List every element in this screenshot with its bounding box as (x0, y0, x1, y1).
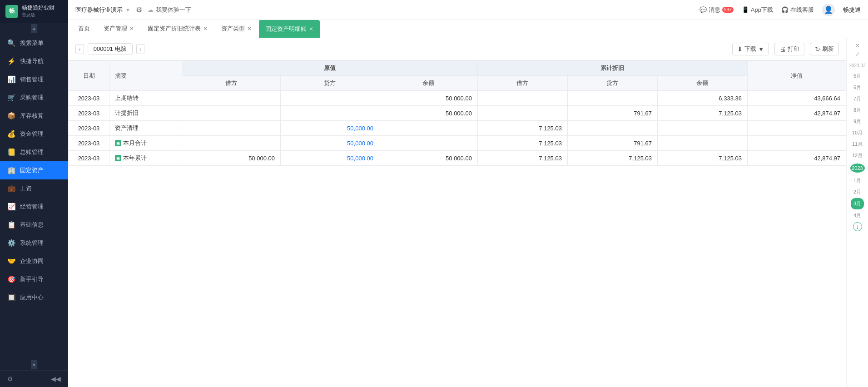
th-ad-balance: 余额 (657, 76, 747, 91)
support-button[interactable]: 🎧 在线客服 (781, 6, 814, 14)
cell-ov-credit (280, 106, 379, 121)
main-area: 医疗器械行业演示 ▼ ⚙ ☁ 我要体验一下 💬 消息 99+ 📱 App下载 🎧… (68, 0, 868, 387)
settings-icon[interactable]: ⚙ (7, 375, 13, 382)
sidebar-item-search[interactable]: 🔍 搜索菜单 (0, 34, 68, 52)
cell-ad-credit (567, 91, 657, 106)
timeline-year-badge[interactable]: 2023 (849, 161, 865, 175)
sidebar-assets-icon: 🏢 (7, 166, 15, 174)
cell-ov-balance (379, 136, 477, 151)
timeline-month-10月[interactable]: 10月 (849, 127, 865, 139)
next-asset-button[interactable]: › (136, 44, 145, 54)
cell-ad-credit: 7,125.03 (567, 151, 657, 166)
timeline-month-1月[interactable]: 1月 (849, 175, 865, 186)
sidebar-item-quicknav[interactable]: ⚡ 快捷导航 (0, 52, 68, 70)
sidebar-item-sales[interactable]: 📊 销售管理 (0, 70, 68, 89)
sidebar-finance-icon: 💰 (7, 130, 15, 138)
sidebar-item-ledger[interactable]: 📒 总账管理 (0, 143, 68, 161)
tab-asset_type-close[interactable]: ✕ (247, 25, 252, 32)
cell-ad-balance: 7,125.03 (657, 106, 747, 121)
timeline-month-4月[interactable]: 4月 (849, 210, 865, 221)
prev-asset-button[interactable]: ‹ (75, 44, 84, 54)
sidebar-item-inventory[interactable]: 📦 库存核算 (0, 107, 68, 125)
table-container: 日期 摘要 原值 累计折旧 净值 借方 贷方 余额 借方 贷方 余额 (68, 60, 846, 387)
sidebar-item-assets[interactable]: 🏢 固定资产 (0, 161, 68, 179)
timeline-expand-icon[interactable]: ⤢ (855, 51, 860, 57)
cell-ov-debit: 50,000.00 (182, 151, 281, 166)
topbar-settings-icon[interactable]: ⚙ (136, 5, 142, 14)
cell-ad-debit (477, 106, 567, 121)
cell-ad-credit: 791.67 (567, 106, 657, 121)
sidebar-item-system[interactable]: ⚙️ 系统管理 (0, 234, 68, 252)
message-icon: 💬 (699, 6, 707, 13)
experience-button[interactable]: ☁ 我要体验一下 (148, 6, 191, 14)
tab-depreciation_stat[interactable]: 固定资产折旧统计表✕ (141, 20, 214, 38)
sidebar-item-collab[interactable]: 🤝 企业协同 (0, 252, 68, 270)
timeline-month-9月[interactable]: 9月 (849, 116, 865, 127)
th-ad-credit: 贷方 (567, 76, 657, 91)
cell-ov-credit: 50,000.00 (280, 121, 379, 136)
download-label: 下载 (744, 45, 756, 53)
table-row: 2023-03计提折旧50,000.00791.677,125.0342,874… (69, 106, 846, 121)
collapse-icon[interactable]: ◀◀ (51, 375, 61, 382)
cell-ov-credit: 50,000.00 (280, 151, 379, 166)
cell-summary: ▣本年累计 (109, 151, 182, 166)
sidebar-finance-label: 资金管理 (20, 130, 44, 138)
cell-summary: ▣本月合计 (109, 136, 182, 151)
table-row: 2023-03上期结转50,000.006,333.3643,666.64 (69, 91, 846, 106)
th-summary: 摘要 (109, 61, 182, 91)
cell-ad-debit: 7,125.03 (477, 121, 567, 136)
timeline-scroll-down-btn[interactable]: ↓ (853, 222, 862, 231)
tab-asset_type[interactable]: 资产类型✕ (215, 20, 258, 38)
company-selector[interactable]: 医疗器械行业演示 ▼ (75, 6, 130, 14)
messages-button[interactable]: 💬 消息 99+ (699, 6, 734, 14)
timeline-close-icon[interactable]: ✕ (855, 42, 860, 49)
tab-asset_mgmt[interactable]: 资产管理✕ (97, 20, 140, 38)
sidebar-item-guide[interactable]: 🎯 新手引导 (0, 270, 68, 288)
print-button[interactable]: 🖨 打印 (774, 43, 804, 55)
tab-home[interactable]: 首页 (72, 20, 96, 38)
tab-asset_mgmt-close[interactable]: ✕ (129, 25, 134, 32)
sidebar-item-operations[interactable]: 📈 经营管理 (0, 198, 68, 216)
timeline-month-8月[interactable]: 8月 (849, 104, 865, 116)
tab-depreciation_stat-close[interactable]: ✕ (203, 25, 208, 32)
cell-ov-balance: 50,000.00 (379, 91, 477, 106)
timeline-month-12月[interactable]: 12月 (849, 150, 865, 161)
timeline-month-5月[interactable]: 5月 (849, 70, 865, 82)
download-button[interactable]: ⬇ 下载 ▼ (732, 43, 769, 55)
sidebar-base-label: 基础信息 (20, 221, 44, 229)
sidebar-item-purchase[interactable]: 🛒 采购管理 (0, 89, 68, 107)
sidebar-scroll-down[interactable]: ▼ (31, 360, 37, 369)
table-row: 2023-03▣本年累计50,000.0050,000.0050,000.007… (69, 151, 846, 166)
sidebar-scroll-up[interactable]: ▲ (31, 24, 37, 33)
cell-date: 2023-03 (69, 106, 109, 121)
sidebar-item-finance[interactable]: 💰 资金管理 (0, 125, 68, 143)
sidebar-base-icon: 📋 (7, 221, 15, 229)
cell-net-value: 42,874.97 (747, 151, 846, 166)
logo-text: 畅捷通好业财 (22, 5, 55, 12)
app-download-button[interactable]: 📱 App下载 (742, 6, 773, 14)
sidebar-item-apps[interactable]: 🔲 应用中心 (0, 288, 68, 307)
tab-asset_detail-label: 固定资产明细账 (265, 25, 307, 33)
cell-ad-debit: 7,125.03 (477, 136, 567, 151)
refresh-button[interactable]: ↻ 刷新 (810, 43, 839, 55)
tab-asset_detail-close[interactable]: ✕ (309, 26, 313, 32)
timeline-month-7月[interactable]: 7月 (849, 93, 865, 104)
timeline-month-6月[interactable]: 6月 (849, 82, 865, 93)
sidebar-item-base[interactable]: 📋 基础信息 (0, 216, 68, 234)
cell-ad-balance: 7,125.03 (657, 151, 747, 166)
sidebar-menu: 🔍 搜索菜单 ⚡ 快捷导航 📊 销售管理 🛒 采购管理 📦 库存核算 💰 资金管… (0, 34, 68, 359)
timeline-month-11月[interactable]: 11月 (849, 139, 865, 150)
print-label: 打印 (788, 45, 799, 53)
asset-nav-right: ⬇ 下载 ▼ 🖨 打印 ↻ 刷新 (732, 43, 839, 55)
tab-asset_detail[interactable]: 固定资产明细账✕ (259, 20, 320, 38)
download-arrow: ▼ (758, 46, 764, 53)
asset-detail-table: 日期 摘要 原值 累计折旧 净值 借方 贷方 余额 借方 贷方 余额 (68, 60, 846, 166)
timeline-month-3月[interactable]: 3月 (851, 198, 863, 209)
th-date: 日期 (69, 61, 109, 91)
cell-ov-balance: 50,000.00 (379, 151, 477, 166)
sidebar-item-payroll[interactable]: 💼 工资 (0, 179, 68, 198)
user-avatar: 👤 (822, 4, 835, 16)
timeline-month-2月[interactable]: 2月 (849, 186, 865, 198)
headset-icon: 🎧 (781, 6, 789, 13)
cell-net-value: 42,874.97 (747, 106, 846, 121)
